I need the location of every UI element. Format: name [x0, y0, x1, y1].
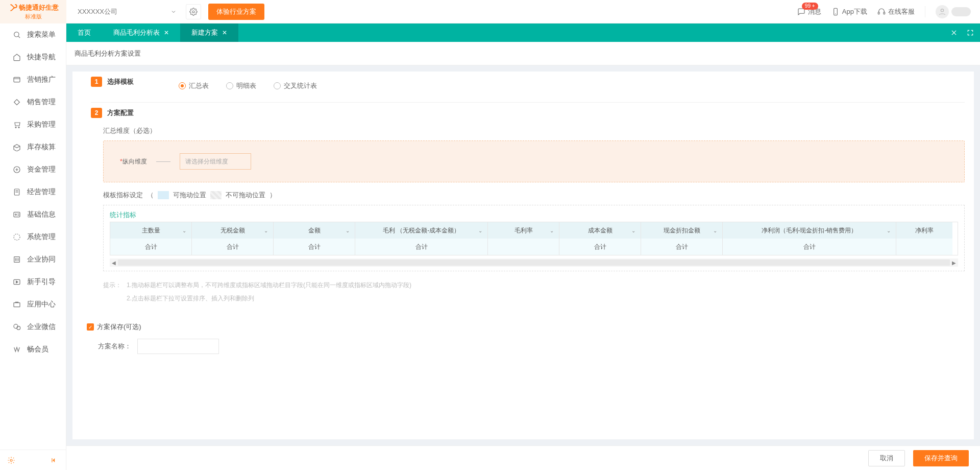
fixed-swatch-icon [210, 191, 222, 199]
close-icon[interactable]: ✕ [164, 29, 169, 36]
close-all-tabs-button[interactable] [946, 24, 962, 42]
fullscreen-button[interactable] [963, 24, 978, 42]
chevron-down-icon [170, 9, 177, 15]
plan-name-input[interactable] [137, 339, 219, 354]
clipboard-icon [12, 187, 21, 197]
svg-rect-25 [14, 303, 20, 307]
svg-point-5 [941, 9, 943, 11]
page-title: 商品毛利分析方案设置 [66, 42, 980, 65]
col-header-discount[interactable]: 现金折扣金额⌄ [641, 222, 723, 239]
chat-icon [12, 322, 21, 332]
radio-unchecked-icon [274, 82, 281, 89]
fullscreen-icon [967, 29, 974, 36]
svg-point-16 [15, 214, 17, 216]
sidebar-item-wechat[interactable]: 企业微信 [0, 316, 66, 338]
content-scroll[interactable]: 1 选择模板 汇总表 明细表 [72, 72, 974, 439]
chevron-down-icon: ⌄ [550, 228, 554, 233]
search-icon [12, 30, 21, 39]
svg-rect-29 [52, 458, 52, 462]
sidebar-item-guide[interactable]: 新手引导 [0, 271, 66, 293]
chevron-down-icon: ⌄ [478, 228, 482, 233]
experience-plan-button[interactable]: 体验行业方案 [208, 4, 264, 20]
sidebar-item-finance[interactable]: 资金管理 [0, 158, 66, 181]
message-badge: 99 + [802, 3, 818, 10]
scroll-right-icon[interactable]: ▶ [950, 258, 958, 267]
footer-actions: 取消 保存并查询 [66, 445, 980, 470]
avatar-icon [936, 5, 949, 18]
sidebar-item-collab[interactable]: 企业协同 [0, 248, 66, 271]
sidebar-item-app-center[interactable]: 应用中心 [0, 293, 66, 316]
collapse-icon [50, 457, 59, 464]
radio-summary[interactable]: 汇总表 [179, 81, 209, 90]
col-header-netprofit[interactable]: 净利润（毛利-现金折扣-销售费用）⌄ [723, 222, 896, 239]
sidebar-item-basic-info[interactable]: 基础信息 [0, 203, 66, 226]
chevron-down-icon: ⌄ [887, 228, 891, 233]
close-icon[interactable]: ✕ [222, 29, 227, 36]
radio-unchecked-icon [226, 82, 233, 89]
template-indicator-legend: 模板指标设定 （ 可拖动位置 不可拖动位置 ） [103, 191, 965, 200]
sidebar-item-quick-nav[interactable]: 快捷导航 [0, 46, 66, 68]
col-header-gross[interactable]: 毛利 （无税金额-成本金额）⌄ [355, 222, 488, 239]
col-header-amount[interactable]: 金额⌄ [274, 222, 355, 239]
svg-rect-15 [14, 212, 20, 217]
svg-point-6 [14, 32, 19, 37]
col-header-grossrate[interactable]: 毛利率⌄ [488, 222, 559, 239]
scroll-left-icon[interactable]: ◀ [110, 258, 118, 267]
total-cell: 合计 [110, 239, 192, 255]
total-cell: 合计 [355, 239, 488, 255]
save-plan-checkbox[interactable]: ✓ [87, 323, 94, 331]
cancel-button[interactable]: 取消 [868, 450, 905, 466]
sidebar-item-purchase[interactable]: 采购管理 [0, 113, 66, 136]
svg-point-26 [14, 324, 18, 328]
svg-point-0 [192, 11, 194, 13]
vertical-dimension-box: *纵向维度 请选择分组维度 [103, 140, 965, 182]
svg-rect-4 [884, 12, 885, 14]
col-header-notax[interactable]: 无税金额⌄ [192, 222, 274, 239]
total-cell [896, 239, 952, 255]
online-service-link[interactable]: 在线客服 [877, 7, 915, 16]
coin-icon [12, 165, 21, 174]
col-header-qty[interactable]: 主数量⌄ [110, 222, 192, 239]
col-header-cost[interactable]: 成本金额⌄ [559, 222, 641, 239]
grid-horizontal-scrollbar[interactable]: ◀ ▶ [110, 258, 958, 267]
settings-button[interactable] [186, 4, 201, 19]
total-cell: 合计 [641, 239, 723, 255]
company-select[interactable]: XXXXXX公司 [74, 4, 181, 19]
vip-icon [12, 345, 21, 354]
sidebar-item-search-menu[interactable]: 搜索菜单 [0, 24, 66, 46]
sidebar-item-operation[interactable]: 经营管理 [0, 181, 66, 203]
sidebar-item-marketing[interactable]: 营销推广 [0, 68, 66, 91]
sidebar: 搜索菜单 快捷导航 营销推广 销售管理 采购管理 库存核算 [0, 24, 66, 470]
save-and-query-button[interactable]: 保存并查询 [913, 450, 969, 466]
svg-rect-8 [14, 77, 20, 82]
tab-product-profit-report[interactable]: 商品毛利分析表 ✕ [102, 24, 180, 42]
messages-link[interactable]: 99 + 消息 [797, 7, 821, 16]
radio-cross[interactable]: 交叉统计表 [274, 81, 317, 90]
sidebar-item-inventory[interactable]: 库存核算 [0, 136, 66, 158]
user-menu[interactable] [936, 5, 971, 18]
step-2-section: 2 方案配置 汇总维度（必选） *纵向维度 请选择分组维度 [91, 103, 965, 315]
gear-icon [7, 456, 15, 464]
chevron-down-icon: ⌄ [346, 228, 350, 233]
sidebar-item-vip[interactable]: 畅会员 [0, 338, 66, 361]
sidebar-collapse-button[interactable] [50, 457, 59, 464]
svg-rect-3 [878, 12, 879, 14]
sidebar-item-sales[interactable]: 销售管理 [0, 91, 66, 113]
group-dimension-select[interactable]: 请选择分组维度 [180, 153, 251, 170]
sidebar-footer [0, 450, 66, 470]
tab-new-plan[interactable]: 新建方案 ✕ [180, 24, 238, 42]
sidebar-settings-button[interactable] [7, 456, 15, 464]
megaphone-icon [12, 75, 21, 84]
col-header-netrate[interactable]: 净利率 [896, 222, 952, 239]
box-icon [12, 143, 21, 152]
chevron-down-icon: ⌄ [713, 228, 717, 233]
svg-point-9 [15, 127, 16, 128]
app-root: 畅捷通好生意 标准版 XXXXXX公司 体验行业方案 99 + 消息 App下载 [0, 0, 980, 470]
radio-detail[interactable]: 明细表 [226, 81, 256, 90]
step-number-2: 2 [91, 108, 102, 118]
sidebar-item-system[interactable]: 系统管理 [0, 226, 66, 248]
grid-icon [12, 300, 21, 309]
tab-home[interactable]: 首页 [66, 24, 102, 42]
app-download-link[interactable]: App下载 [831, 7, 867, 16]
step-1-section: 1 选择模板 汇总表 明细表 [91, 72, 965, 103]
